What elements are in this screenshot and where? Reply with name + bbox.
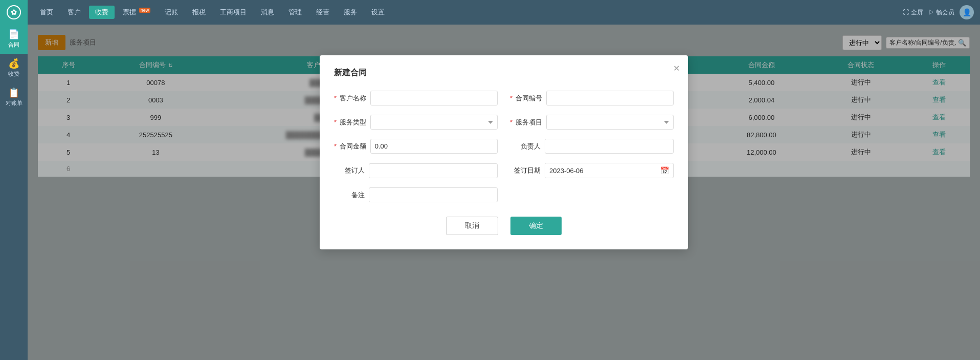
nav-operation[interactable]: 经营 bbox=[310, 6, 336, 19]
topnav: 首页 客户 收费 票据 new 记账 报税 工商项目 消息 管理 经营 服务 设… bbox=[28, 0, 980, 25]
field-service-item: * 服务项目 bbox=[510, 115, 674, 130]
content-area: 新增 服务项目 进行中 已完成 已终止 🔍 序号 合同编号 ⇅ 客户名称 ⇅ 服… bbox=[28, 25, 980, 360]
fullscreen-button[interactable]: ⛶ 全屏 bbox=[903, 8, 923, 17]
contract-no-label: * 合同编号 bbox=[510, 94, 542, 103]
form-row-2: * 服务类型 * 服务项目 bbox=[334, 115, 674, 130]
field-customer-name: * 客户名称 bbox=[334, 91, 498, 105]
main-area: 首页 客户 收费 票据 new 记账 报税 工商项目 消息 管理 经营 服务 设… bbox=[28, 0, 980, 360]
nav-message[interactable]: 消息 bbox=[255, 6, 280, 19]
responsible-label: 负责人 bbox=[510, 142, 541, 151]
remark-input[interactable] bbox=[369, 187, 498, 202]
form-row-4: 签订人 签订日期 📅 bbox=[334, 163, 674, 178]
contract-icon: 📄 bbox=[8, 30, 19, 39]
sidebar-item-contract[interactable]: 📄 合同 bbox=[0, 25, 28, 54]
sign-date-input[interactable] bbox=[545, 164, 656, 178]
form-row-1: * 客户名称 * 合同编号 bbox=[334, 91, 674, 105]
sign-date-label: 签订日期 bbox=[510, 166, 541, 175]
form-row-5: 备注 bbox=[334, 187, 674, 202]
nav-manage[interactable]: 管理 bbox=[282, 6, 308, 19]
modal-title: 新建合同 bbox=[334, 68, 674, 78]
sidebar-item-reconcile[interactable]: 📋 对账单 bbox=[0, 83, 28, 112]
service-item-label: * 服务项目 bbox=[510, 118, 542, 127]
logo-icon: ✿ bbox=[7, 5, 21, 19]
cancel-button[interactable]: 取消 bbox=[446, 217, 498, 235]
reconcile-icon: 📋 bbox=[8, 88, 19, 97]
sidebar-item-reconcile-label: 对账单 bbox=[6, 99, 23, 107]
avatar[interactable]: 👤 bbox=[960, 5, 974, 19]
modal-close-button[interactable]: ✕ bbox=[673, 63, 680, 73]
sidebar-item-income[interactable]: 💰 收费 bbox=[0, 54, 28, 83]
sidebar-item-income-label: 收费 bbox=[8, 70, 19, 78]
remark-label: 备注 bbox=[334, 190, 365, 200]
confirm-button[interactable]: 确定 bbox=[510, 217, 562, 235]
service-type-select[interactable] bbox=[370, 115, 498, 130]
nav-tax[interactable]: 报税 bbox=[186, 6, 212, 19]
nav-ticket[interactable]: 票据 new bbox=[117, 6, 157, 19]
field-responsible: 负责人 bbox=[510, 139, 674, 154]
field-contract-no: * 合同编号 bbox=[510, 91, 674, 105]
customer-name-input[interactable] bbox=[370, 91, 498, 105]
new-contract-modal: ✕ 新建合同 * 客户名称 * 合同编号 bbox=[320, 55, 688, 249]
customer-name-label: * 客户名称 bbox=[334, 94, 366, 103]
contract-amount-input[interactable] bbox=[370, 139, 498, 154]
nav-invoice[interactable]: 收费 bbox=[89, 6, 115, 19]
income-icon: 💰 bbox=[8, 59, 19, 68]
topnav-right: ⛶ 全屏 ▷ 畅会员 👤 bbox=[903, 5, 974, 19]
contract-no-input[interactable] bbox=[546, 91, 674, 105]
nav-customer[interactable]: 客户 bbox=[61, 6, 87, 19]
nav-record[interactable]: 记账 bbox=[159, 6, 184, 19]
field-signer: 签订人 bbox=[334, 163, 498, 178]
service-item-select[interactable] bbox=[546, 115, 674, 130]
calendar-icon[interactable]: 📅 bbox=[656, 163, 673, 178]
new-badge: new bbox=[139, 8, 151, 13]
sidebar: ✿ 📄 合同 💰 收费 📋 对账单 bbox=[0, 0, 28, 360]
field-sign-date: 签订日期 📅 bbox=[510, 163, 674, 178]
form-row-3: * 合同金额 负责人 bbox=[334, 139, 674, 154]
nav-settings[interactable]: 设置 bbox=[365, 6, 391, 19]
app-logo[interactable]: ✿ bbox=[0, 0, 28, 25]
signer-label: 签订人 bbox=[334, 166, 365, 175]
field-contract-amount: * 合同金额 bbox=[334, 139, 498, 154]
signer-input[interactable] bbox=[369, 163, 498, 178]
sidebar-item-contract-label: 合同 bbox=[8, 41, 19, 49]
modal-footer: 取消 确定 bbox=[334, 217, 674, 235]
nav-business[interactable]: 工商项目 bbox=[214, 6, 253, 19]
nav-home[interactable]: 首页 bbox=[34, 6, 59, 19]
nav-service[interactable]: 服务 bbox=[338, 6, 363, 19]
member-button[interactable]: ▷ 畅会员 bbox=[928, 8, 954, 17]
responsible-input[interactable] bbox=[545, 139, 674, 154]
field-service-type: * 服务类型 bbox=[334, 115, 498, 130]
modal-overlay: ✕ 新建合同 * 客户名称 * 合同编号 bbox=[28, 25, 980, 360]
sign-date-wrap: 📅 bbox=[545, 163, 674, 178]
field-remark: 备注 bbox=[334, 187, 498, 202]
service-type-label: * 服务类型 bbox=[334, 118, 366, 127]
contract-amount-label: * 合同金额 bbox=[334, 142, 366, 151]
